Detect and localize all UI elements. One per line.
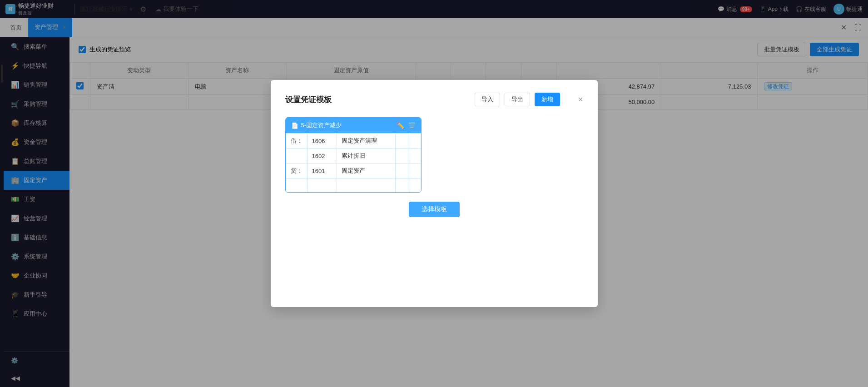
modal-close-button[interactable]: × (578, 95, 583, 104)
template-card-header: 📄 5-固定资产减少 ✏️ 🗑️ (286, 118, 421, 133)
entry-debit-1 (396, 134, 408, 149)
entry-type-3: 贷： (286, 164, 307, 179)
entry-code-2: 1602 (307, 149, 337, 164)
card-actions: ✏️ 🗑️ (397, 122, 416, 129)
card-doc-icon: 📄 (291, 122, 298, 129)
modal-title: 设置凭证模板 (285, 94, 332, 105)
entry-name-1: 固定资产清理 (337, 134, 396, 149)
export-button[interactable]: 导出 (505, 93, 530, 106)
template-entry-row-1: 借： 1606 固定资产清理 (286, 134, 421, 149)
main-content: 🔍 搜索菜单 ⚡ 快捷导航 📊 销售管理 🛒 采购管理 📦 库存核算 (0, 37, 868, 387)
entry-debit-3 (396, 164, 408, 179)
card-title-text: 5-固定资产减少 (301, 121, 342, 129)
voucher-template-modal: 设置凭证模板 导入 导出 新增 × 📄 (271, 80, 598, 307)
new-template-button[interactable]: 新增 (535, 93, 560, 106)
empty-col4 (396, 179, 408, 192)
empty-col3 (337, 179, 396, 192)
entry-name-2: 累计折旧 (337, 149, 396, 164)
edit-icon[interactable]: ✏️ (397, 122, 404, 129)
entry-debit-2 (396, 149, 408, 164)
entry-credit-1 (408, 134, 421, 149)
template-card: 📄 5-固定资产减少 ✏️ 🗑️ (285, 117, 422, 193)
entry-code-1: 1606 (307, 134, 337, 149)
entry-credit-2 (408, 149, 421, 164)
entry-code-3: 1601 (307, 164, 337, 179)
modal-header-row: 设置凭证模板 导入 导出 新增 × (285, 93, 583, 106)
modal-backdrop: 设置凭证模板 导入 导出 新增 × 📄 (69, 37, 868, 387)
entry-type-1: 借： (286, 134, 307, 149)
empty-col5 (408, 179, 421, 192)
entry-name-3: 固定资产 (337, 164, 396, 179)
entry-credit-3 (408, 164, 421, 179)
page-area: 生成的凭证预览 批量凭证模板 全部生成凭证 变动类型 资产名称 (69, 37, 868, 387)
template-list: 📄 5-固定资产减少 ✏️ 🗑️ (285, 117, 583, 193)
select-template-button[interactable]: 选择模板 (409, 202, 460, 217)
template-empty-row (286, 179, 421, 192)
entry-type-2 (286, 149, 307, 164)
empty-col2 (307, 179, 337, 192)
empty-col1 (286, 179, 307, 192)
template-entry-row-3: 贷： 1601 固定资产 (286, 164, 421, 179)
template-entry-row-2: 1602 累计折旧 (286, 149, 421, 164)
card-title: 📄 5-固定资产减少 (291, 121, 342, 129)
delete-icon[interactable]: 🗑️ (408, 122, 416, 129)
import-button[interactable]: 导入 (475, 93, 500, 106)
modal-action-buttons: 导入 导出 新增 (475, 93, 560, 106)
template-entry-table: 借： 1606 固定资产清理 1602 (286, 133, 421, 192)
